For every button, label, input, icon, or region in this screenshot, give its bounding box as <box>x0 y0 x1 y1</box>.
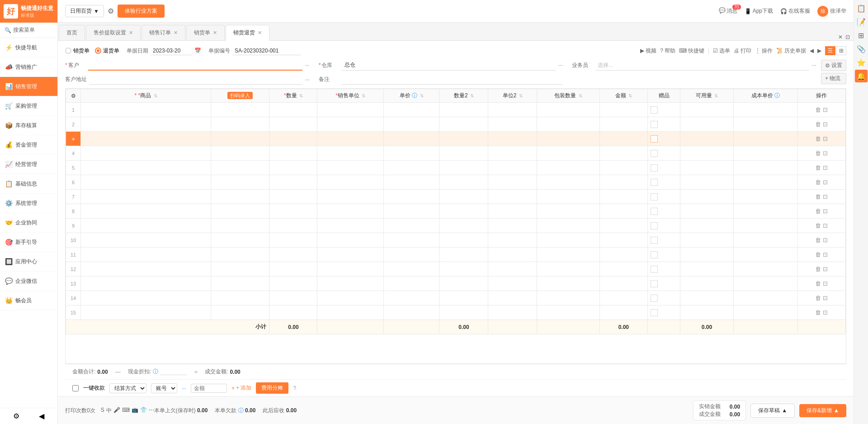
customer-select-btn[interactable]: ··· <box>305 62 310 68</box>
address-input[interactable] <box>90 74 302 85</box>
collapse-icon[interactable]: ◀ <box>39 412 44 420</box>
app-download-link[interactable]: 📱 App下载 <box>745 7 773 15</box>
note-input[interactable] <box>342 74 563 85</box>
price-cell[interactable] <box>384 103 439 117</box>
date-input[interactable] <box>151 47 192 55</box>
user-profile[interactable]: 徐 徐泽华 <box>817 6 846 17</box>
discount-input[interactable] <box>160 368 187 375</box>
cost-info-icon[interactable]: ⓘ <box>774 92 780 99</box>
sidebar-item-sales[interactable]: 📊 销售管理 <box>0 77 57 96</box>
sidebar-item-marketing[interactable]: 📣 营销推广 <box>0 57 57 77</box>
qty-cell[interactable] <box>269 103 317 117</box>
product-input[interactable] <box>84 107 208 113</box>
delete-row-btn[interactable]: 🗑 <box>815 266 821 272</box>
product-sort-icon[interactable]: ⇅ <box>154 93 157 98</box>
copy-row-btn[interactable]: ⊡ <box>823 208 828 214</box>
tab-close-sales-order[interactable]: ✕ <box>174 30 178 36</box>
gift-checkbox[interactable] <box>651 309 658 316</box>
add-payment-btn[interactable]: + + 添加 <box>231 384 251 392</box>
gift-checkbox[interactable] <box>651 106 658 114</box>
sidebar-item-wechat[interactable]: 💬 企业微信 <box>0 272 57 291</box>
copy-row-btn[interactable]: ⊡ <box>823 222 828 229</box>
sidebar-item-guide[interactable]: 🎯 新手引导 <box>0 233 57 252</box>
tab-maximize-icon[interactable]: ✕ <box>838 34 843 40</box>
qty2-sort-icon[interactable]: ⇅ <box>470 93 474 98</box>
nav-prev-icon[interactable]: ◀ <box>810 48 814 54</box>
toolbar-video[interactable]: ▶ 视频 <box>640 47 656 55</box>
unit-sort-icon[interactable]: ⇅ <box>362 93 365 98</box>
calendar-icon[interactable]: 📅 <box>194 48 201 54</box>
toolbar-history[interactable]: 📜 历史单据 <box>776 47 806 55</box>
gift-checkbox[interactable] <box>651 179 658 186</box>
toolbar-print[interactable]: 🖨 打印 <box>734 47 751 55</box>
this-debt-info[interactable]: ⓘ <box>238 407 244 414</box>
active-product-input[interactable] <box>84 136 208 142</box>
delete-row-btn[interactable]: 🗑 <box>815 193 821 200</box>
gift-checkbox[interactable] <box>651 193 658 200</box>
account-dots[interactable]: ··· <box>182 385 186 391</box>
address-select-btn[interactable]: ··· <box>305 76 310 83</box>
delete-row-btn[interactable]: 🗑 <box>815 135 821 142</box>
unit2-sort-icon[interactable]: ⇅ <box>519 93 523 98</box>
add-row-btn[interactable]: + <box>69 134 78 143</box>
tab-sales-delivery[interactable]: 销货单 ✕ <box>186 25 225 40</box>
copy-row-btn[interactable]: ⊡ <box>823 280 828 287</box>
delete-row-btn[interactable]: 🗑 <box>815 179 821 186</box>
delete-row-btn[interactable]: 🗑 <box>815 121 821 128</box>
qty2-cell[interactable] <box>439 103 488 117</box>
delete-row-btn[interactable]: 🗑 <box>815 164 821 171</box>
copy-row-btn[interactable]: ⊡ <box>823 121 828 128</box>
copy-row-btn[interactable]: ⊡ <box>823 266 828 272</box>
rp-table-btn[interactable]: ⊞ <box>855 29 868 42</box>
settings-icon[interactable]: ⚙ <box>13 412 19 420</box>
toolbar-operate[interactable]: ⋮ 操作 <box>755 47 773 55</box>
gift-checkbox[interactable] <box>651 222 658 229</box>
tab-price-setting[interactable]: 售价提取设置 ✕ <box>86 25 141 40</box>
copy-row-btn[interactable]: ⊡ <box>823 135 828 142</box>
copy-row-btn[interactable]: ⊡ <box>823 251 828 258</box>
save-draft-btn[interactable]: 保存草稿 ▲ <box>750 404 795 418</box>
customer-input[interactable] <box>88 60 302 71</box>
delete-row-btn[interactable]: 🗑 <box>815 106 821 113</box>
toolbar-shortcut[interactable]: ⌨ 快捷键 <box>679 47 704 55</box>
gift-checkbox[interactable] <box>651 266 658 273</box>
sidebar-item-cooperation[interactable]: 🤝 企业协同 <box>0 213 57 233</box>
rp-active-btn[interactable]: 🔔 <box>855 70 868 82</box>
scan-btn[interactable]: 扫码录入 <box>227 92 253 99</box>
experience-btn[interactable]: 体验行业方案 <box>118 5 165 18</box>
rp-note-btn[interactable]: 📝 <box>855 15 868 28</box>
sidebar-item-operation[interactable]: 📈 经营管理 <box>0 155 57 174</box>
delete-row-btn[interactable]: 🗑 <box>815 295 821 301</box>
copy-row-btn[interactable]: ⊡ <box>823 309 828 316</box>
unit2-cell[interactable] <box>488 103 537 117</box>
qty-sort-icon[interactable]: ⇅ <box>299 93 303 98</box>
amount-cell[interactable] <box>599 103 647 117</box>
staff-select-btn[interactable]: ··· <box>812 62 816 68</box>
sidebar-item-basic[interactable]: 📋 基础信息 <box>0 174 57 194</box>
th-scan[interactable]: 扫码录入 <box>211 89 269 103</box>
amount-input[interactable] <box>191 384 227 393</box>
one-click-payment-checkbox[interactable] <box>72 385 79 391</box>
calc-method-select[interactable]: 结算方式 <box>109 383 146 393</box>
gift-checkbox[interactable] <box>651 295 658 302</box>
toolbar-help[interactable]: ? 帮助 <box>660 47 675 55</box>
industry-dropdown[interactable]: 日用百货 ▼ <box>65 5 104 17</box>
tab-close-sales-return[interactable]: ✕ <box>258 30 262 36</box>
amount-sort-icon[interactable]: ⇅ <box>628 93 632 98</box>
gift-cell[interactable] <box>647 103 680 117</box>
split-btn[interactable]: 费用分摊 <box>256 382 288 394</box>
pkg-cell[interactable] <box>537 103 600 117</box>
account-select[interactable]: 账号 <box>151 383 177 393</box>
rp-star-btn[interactable]: ⭐ <box>855 56 868 69</box>
copy-row-btn[interactable]: ⊡ <box>823 179 828 186</box>
settings-btn[interactable]: ⚙ 设置 <box>821 60 846 71</box>
gift-checkbox[interactable] <box>651 150 658 157</box>
logistics-btn[interactable]: + 物流 <box>821 73 846 84</box>
table-settings-icon[interactable]: ⚙ <box>71 93 76 99</box>
tab-home[interactable]: 首页 <box>59 25 85 40</box>
sidebar-item-inventory[interactable]: 📦 库存核算 <box>0 116 57 135</box>
gift-checkbox[interactable] <box>651 208 658 215</box>
delete-row-btn[interactable]: 🗑 <box>815 309 821 316</box>
gift-checkbox[interactable] <box>651 135 658 143</box>
copy-row-btn[interactable]: ⊡ <box>823 295 828 301</box>
